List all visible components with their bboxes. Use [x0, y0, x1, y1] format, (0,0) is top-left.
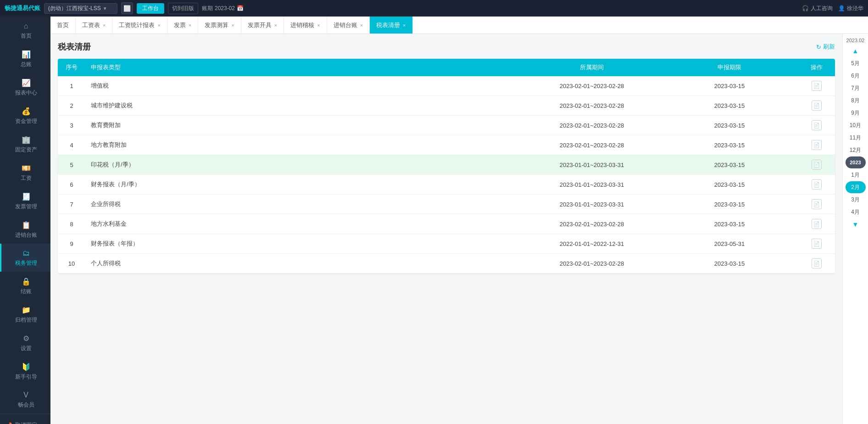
user-menu[interactable]: 👤 徐泾华 — [838, 5, 863, 12]
tab-label-salary-stats: 工资统计报表 — [119, 21, 155, 29]
tab-invoice-open[interactable]: 发票开具× — [241, 17, 284, 34]
table-row: 3 教育费附加 2023-02-01~2023-02-28 2023-03-15… — [58, 116, 835, 135]
cell-action: 📄 — [798, 254, 835, 273]
cell-period: 2023-02-01~2023-02-28 — [523, 135, 661, 155]
month-item-7[interactable]: 12月 — [846, 144, 866, 156]
tab-close-tax-list[interactable]: × — [403, 22, 406, 28]
cell-deadline: 2023-03-15 — [661, 116, 798, 135]
sidebar-item-assets[interactable]: 🏢 固定资产 — [0, 130, 50, 158]
year-label: 2023.02 — [846, 36, 865, 45]
sidebar-item-archive[interactable]: 📁 归档管理 — [0, 300, 50, 329]
switch-old-button[interactable]: 切到旧版 — [168, 3, 198, 14]
unpin-button[interactable]: 📌 取消固定 — [0, 418, 50, 424]
tab-close-purchase-audit[interactable]: × — [317, 22, 320, 28]
tab-purchase-audit[interactable]: 进销稽核× — [284, 17, 327, 34]
sidebar-label-guide: 新手引导 — [15, 373, 37, 381]
month-item-1[interactable]: 6月 — [846, 70, 866, 82]
sidebar-item-home[interactable]: ⌂ 首页 — [0, 17, 50, 45]
cell-period: 2023-01-01~2023-03-31 — [523, 175, 661, 195]
tab-close-invoice[interactable]: × — [189, 22, 191, 28]
action-button-8[interactable]: 📄 — [812, 219, 822, 229]
ledger-icon: 📊 — [22, 50, 31, 59]
table-row: 9 财务报表（年报） 2022-01-01~2022-12-31 2023-05… — [58, 234, 835, 254]
tab-home[interactable]: 首页 — [50, 17, 76, 34]
sidebar-label-home: 首页 — [21, 32, 32, 40]
col-period: 所属期间 — [523, 59, 661, 76]
sidebar-item-closing[interactable]: 🔒 结账 — [0, 272, 50, 300]
month-item-8[interactable]: 2023 — [846, 156, 866, 168]
copy-icon[interactable]: ⬜ — [121, 2, 133, 14]
page-content: 税表清册 ↻ 刷新 序号 申报表类型 所属期间 申报期限 操作 — [50, 34, 842, 424]
calendar-icon[interactable]: 📅 — [237, 5, 244, 11]
cell-period: 2023-02-01~2023-02-28 — [523, 76, 661, 96]
month-item-5[interactable]: 10月 — [846, 119, 866, 131]
cell-action: 📄 — [798, 96, 835, 116]
col-deadline: 申报期限 — [661, 59, 798, 76]
sidebar-item-salary[interactable]: 💴 工资 — [0, 158, 50, 187]
action-button-9[interactable]: 📄 — [812, 239, 822, 249]
tab-invoice[interactable]: 发票× — [167, 17, 198, 34]
cell-action: 📄 — [798, 116, 835, 135]
sidebar-item-reports[interactable]: 📈 报表中心 — [0, 73, 50, 101]
sidebar-item-settings[interactable]: ⚙ 设置 — [0, 329, 50, 357]
action-button-2[interactable]: 📄 — [812, 100, 822, 111]
app-logo: 畅捷通易代账 — [5, 4, 40, 12]
page-title: 税表清册 — [58, 41, 91, 52]
action-button-7[interactable]: 📄 — [812, 199, 822, 209]
tab-purchase-ledger[interactable]: 进销台账× — [327, 17, 370, 34]
tab-close-invoice-open[interactable]: × — [274, 22, 277, 28]
action-button-4[interactable]: 📄 — [812, 140, 822, 150]
tax-icon: 🗂 — [22, 249, 30, 257]
tab-close-invoice-calc[interactable]: × — [231, 22, 234, 28]
sidebar-item-guide[interactable]: 🔰 新手引导 — [0, 357, 50, 385]
tab-invoice-calc[interactable]: 发票测算× — [198, 17, 241, 34]
refresh-button[interactable]: ↻ 刷新 — [816, 43, 835, 51]
month-item-9[interactable]: 1月 — [846, 169, 866, 181]
tab-close-salary-stats[interactable]: × — [157, 22, 160, 28]
workbench-button[interactable]: 工作台 — [137, 3, 164, 14]
company-selector[interactable]: (勿动）江西报宝-LSS ▼ — [44, 3, 117, 14]
table-row: 8 地方水利基金 2023-02-01~2023-02-28 2023-03-1… — [58, 214, 835, 234]
action-button-3[interactable]: 📄 — [812, 120, 822, 130]
sidebar-item-tax[interactable]: 🗂 税务管理 — [0, 244, 50, 272]
reports-icon: 📈 — [22, 78, 31, 87]
closing-icon: 🔒 — [22, 277, 31, 286]
sidebar-item-vip[interactable]: V 畅会员 — [0, 385, 50, 413]
col-action: 操作 — [798, 59, 835, 76]
action-button-10[interactable]: 📄 — [812, 258, 822, 268]
cell-period: 2023-01-01~2023-03-31 — [523, 195, 661, 214]
tab-salary-stats[interactable]: 工资统计报表× — [112, 17, 167, 34]
sidebar-item-invoice[interactable]: 🧾 发票管理 — [0, 187, 50, 215]
tax-table: 序号 申报表类型 所属期间 申报期限 操作 1 增值税 2023-02-01~2… — [58, 59, 835, 273]
sidebar-label-reports: 报表中心 — [15, 89, 37, 97]
month-item-12[interactable]: 4月 — [846, 206, 866, 218]
action-button-5[interactable]: 📄 — [812, 160, 822, 170]
cell-type: 增值税 — [85, 76, 523, 96]
refresh-icon: ↻ — [816, 44, 821, 50]
month-item-0[interactable]: 5月 — [846, 57, 866, 69]
tab-close-purchase-ledger[interactable]: × — [360, 22, 363, 28]
month-item-2[interactable]: 7月 — [846, 82, 866, 94]
tab-close-salary-table[interactable]: × — [103, 22, 106, 28]
month-item-11[interactable]: 3月 — [846, 194, 866, 206]
settings-icon: ⚙ — [23, 334, 29, 343]
month-item-10[interactable]: 2月 — [846, 181, 866, 193]
sidebar-item-funds[interactable]: 💰 资金管理 — [0, 101, 50, 130]
nav-down-button[interactable]: ▼ — [850, 218, 862, 230]
month-item-6[interactable]: 11月 — [846, 132, 866, 144]
sidebar-item-purchase[interactable]: 📋 进销台账 — [0, 215, 50, 244]
nav-up-button[interactable]: ▲ — [850, 45, 862, 57]
sidebar-label-purchase: 进销台账 — [15, 231, 37, 239]
tab-tax-list[interactable]: 税表清册× — [370, 17, 412, 34]
cell-period: 2023-01-01~2023-03-31 — [523, 155, 661, 175]
month-item-3[interactable]: 8月 — [846, 95, 866, 106]
action-button-6[interactable]: 📄 — [812, 179, 822, 190]
month-item-4[interactable]: 9月 — [846, 107, 866, 119]
action-button-1[interactable]: 📄 — [812, 81, 822, 91]
sidebar-item-ledger[interactable]: 📊 总账 — [0, 45, 50, 73]
table-row: 2 城市维护建设税 2023-02-01~2023-02-28 2023-03-… — [58, 96, 835, 116]
ai-consult[interactable]: 🎧 人工咨询 — [802, 5, 833, 12]
cell-action: 📄 — [798, 76, 835, 96]
tab-salary-table[interactable]: 工资表× — [76, 17, 112, 34]
cell-type: 地方水利基金 — [85, 214, 523, 234]
